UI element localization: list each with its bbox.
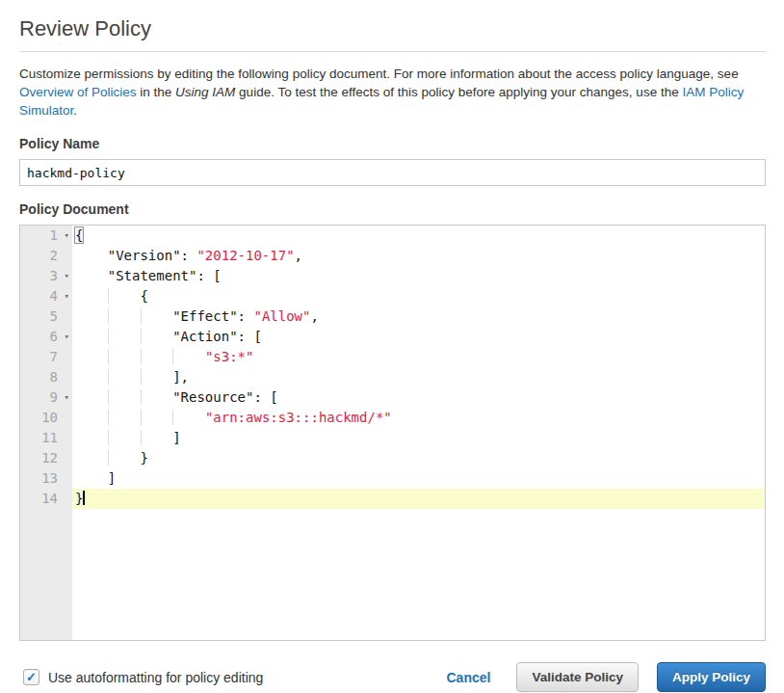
intro-text-2: in the	[137, 85, 176, 99]
code-line-14[interactable]: }	[72, 489, 765, 509]
policy-name-label: Policy Name	[19, 136, 766, 151]
code-line-12[interactable]: }	[72, 448, 765, 468]
gutter-line-8: 8	[20, 367, 72, 387]
gutter-line-7: 7	[20, 347, 72, 367]
gutter-line-14: 14	[20, 489, 72, 509]
code-line-13[interactable]: ]	[72, 468, 765, 489]
intro-paragraph: Customize permissions by editing the fol…	[19, 65, 766, 120]
review-policy-page: Review Policy Customize permissions by e…	[0, 0, 784, 692]
gutter-line-13: 13	[20, 468, 72, 489]
title-divider	[19, 51, 766, 52]
editor-gutter: 1▾23▾4▾56▾789▾1011121314	[20, 226, 72, 640]
text-cursor	[83, 491, 85, 505]
checkmark-icon: ✓	[26, 671, 37, 683]
policy-document-label: Policy Document	[19, 201, 766, 217]
gutter-line-5: 5	[20, 307, 72, 327]
code-line-4[interactable]: {	[72, 286, 765, 307]
code-line-5[interactable]: "Effect": "Allow",	[72, 307, 765, 327]
action-buttons: Cancel Validate Policy Apply Policy	[447, 662, 767, 692]
overview-of-policies-link[interactable]: Overview of Policies	[19, 85, 137, 99]
gutter-line-2: 2	[20, 246, 72, 266]
intro-text-1: Customize permissions by editing the fol…	[19, 67, 739, 81]
autoformat-checkbox[interactable]: ✓	[23, 669, 39, 685]
code-line-7[interactable]: "s3:*"	[72, 347, 765, 367]
code-line-1[interactable]: {	[72, 226, 765, 246]
fold-arrow-icon[interactable]: ▾	[65, 266, 69, 286]
using-iam-italic: Using IAM	[175, 85, 235, 99]
apply-policy-button[interactable]: Apply Policy	[657, 662, 766, 692]
gutter-line-9: 9▾	[20, 387, 72, 408]
policy-document-editor[interactable]: 1▾23▾4▾56▾789▾1011121314 { "Version": "2…	[19, 225, 766, 641]
code-line-3[interactable]: "Statement": [	[72, 266, 765, 286]
code-line-8[interactable]: ],	[72, 367, 765, 387]
autoformat-label: Use autoformatting for policy editing	[48, 670, 263, 685]
policy-name-input[interactable]	[19, 159, 766, 186]
code-line-11[interactable]: ]	[72, 428, 765, 448]
gutter-line-6: 6▾	[20, 327, 72, 347]
code-line-2[interactable]: "Version": "2012-10-17",	[72, 246, 765, 266]
gutter-line-11: 11	[20, 428, 72, 448]
gutter-line-3: 3▾	[20, 266, 72, 286]
editor-code[interactable]: { "Version": "2012-10-17", "Statement": …	[72, 226, 765, 640]
code-line-6[interactable]: "Action": [	[72, 327, 765, 347]
validate-policy-button[interactable]: Validate Policy	[516, 662, 639, 692]
autoformat-option[interactable]: ✓ Use autoformatting for policy editing	[19, 669, 263, 685]
fold-arrow-icon[interactable]: ▾	[65, 286, 69, 307]
fold-arrow-icon[interactable]: ▾	[65, 226, 69, 246]
cancel-link[interactable]: Cancel	[447, 670, 491, 685]
page-title: Review Policy	[19, 16, 766, 41]
gutter-line-12: 12	[20, 448, 72, 468]
code-line-9[interactable]: "Resource": [	[72, 387, 765, 408]
gutter-line-1: 1▾	[20, 226, 72, 246]
gutter-line-4: 4▾	[20, 286, 72, 307]
footer-bar: ✓ Use autoformatting for policy editing …	[19, 662, 766, 692]
fold-arrow-icon[interactable]: ▾	[65, 387, 69, 408]
intro-text-4: .	[73, 103, 77, 118]
gutter-line-10: 10	[20, 408, 72, 428]
intro-text-3: guide. To test the effects of this polic…	[235, 85, 682, 99]
fold-arrow-icon[interactable]: ▾	[65, 327, 69, 347]
code-line-10[interactable]: "arn:aws:s3:::hackmd/*"	[72, 408, 765, 428]
